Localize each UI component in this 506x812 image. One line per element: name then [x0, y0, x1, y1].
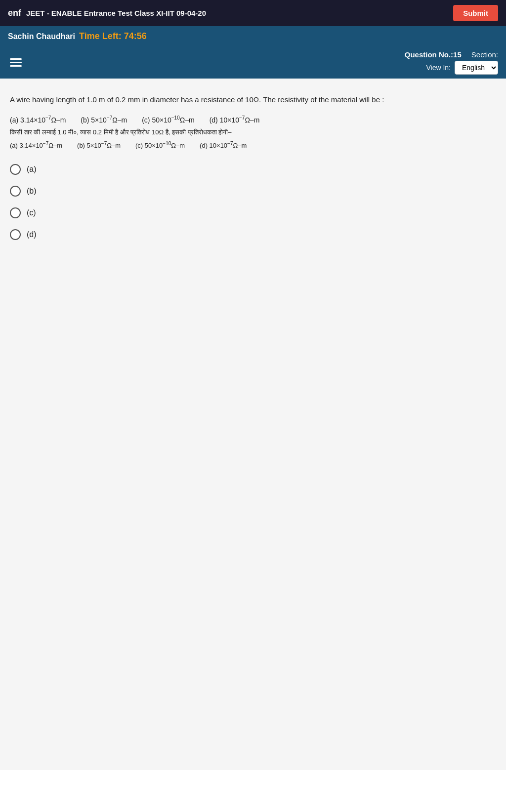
time-left: Time Left: 74:56 — [79, 31, 147, 41]
submit-button[interactable]: Submit — [453, 5, 498, 21]
question-bar: Question No.:15 Section: View In: Englis… — [0, 46, 506, 79]
view-in-row: View In: English Hindi — [426, 61, 498, 75]
answer-option-a[interactable]: (a) — [10, 164, 496, 175]
options-english-row: (a) 3.14×10−7Ω–m (b) 5×10−7Ω–m (c) 50×10… — [10, 115, 496, 124]
answer-option-c[interactable]: (c) — [10, 207, 496, 218]
radio-b[interactable] — [10, 186, 21, 197]
question-info: Question No.:15 Section: — [405, 50, 498, 59]
answer-option-b[interactable]: (b) — [10, 186, 496, 197]
option-english-c: (c) 50×10−10Ω–m — [142, 115, 194, 124]
time-left-label: Time Left: — [79, 31, 122, 41]
hamburger-line-2 — [10, 62, 22, 63]
answer-label-a: (a) — [27, 165, 37, 174]
radio-c[interactable] — [10, 207, 21, 218]
hamburger-menu-button[interactable] — [8, 56, 24, 69]
option-hindi-b: (b) 5×10−7Ω–m — [77, 141, 121, 149]
option-english-a: (a) 3.14×10−7Ω–m — [10, 115, 66, 124]
radio-a[interactable] — [10, 164, 21, 175]
answer-option-d[interactable]: (d) — [10, 229, 496, 240]
hamburger-line-3 — [10, 65, 22, 67]
header-left: enf JEET - ENABLE Entrance Test Class XI… — [8, 8, 206, 18]
question-hindi-text: किसी तार की लम्बाई 1.0 मी०, व्यास 0.2 मि… — [10, 127, 496, 138]
answer-options-group: (a) (b) (c) (d) — [10, 164, 496, 240]
logo-text: enf — [8, 8, 21, 18]
option-hindi-d: (d) 10×10−7Ω–m — [200, 141, 247, 149]
question-bar-right: Question No.:15 Section: View In: Englis… — [405, 50, 498, 75]
header-top-bar: enf JEET - ENABLE Entrance Test Class XI… — [0, 0, 506, 26]
options-hindi-row: (a) 3.14×10−7Ω–m (b) 5×10−7Ω–m (c) 50×10… — [10, 141, 496, 149]
question-english-text: A wire having length of 1.0 m of 0.2 mm … — [10, 93, 496, 106]
option-hindi-c: (c) 50×10−10Ω–m — [135, 141, 185, 149]
question-number: Question No.:15 — [405, 50, 462, 59]
view-in-label: View In: — [426, 64, 451, 72]
hamburger-line-1 — [10, 58, 22, 60]
time-left-value: 74:56 — [124, 31, 147, 41]
option-english-b: (b) 5×10−7Ω–m — [81, 115, 127, 124]
answer-label-d: (d) — [27, 230, 37, 239]
language-select[interactable]: English Hindi — [455, 61, 498, 75]
user-bar: Sachin Chaudhari Time Left: 74:56 — [0, 26, 506, 46]
option-hindi-a: (a) 3.14×10−7Ω–m — [10, 141, 62, 149]
answer-label-b: (b) — [27, 187, 37, 196]
content-area: A wire having length of 1.0 m of 0.2 mm … — [0, 79, 506, 770]
radio-d[interactable] — [10, 229, 21, 240]
section-label: Section: — [471, 50, 498, 59]
option-english-d: (d) 10×10−7Ω–m — [210, 115, 260, 124]
user-name: Sachin Chaudhari — [8, 32, 75, 41]
answer-label-c: (c) — [27, 208, 36, 217]
exam-title: JEET - ENABLE Entrance Test Class XI-IIT… — [26, 9, 206, 17]
